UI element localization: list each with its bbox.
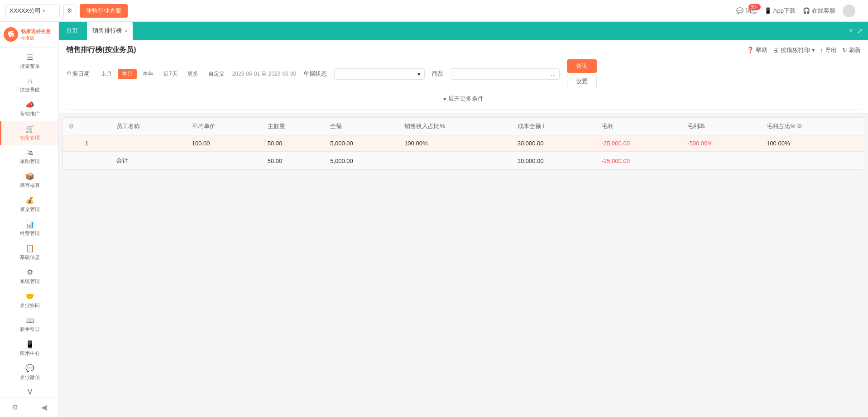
marketing-icon: 📣: [25, 101, 34, 109]
query-button[interactable]: 查询: [567, 59, 597, 73]
sidebar-item-member[interactable]: V 畅会员: [0, 384, 58, 397]
table-container: ⚙ 员工名称 平均单价 主数量 全额 销售收入占比% 成本全额 ℹ: [62, 117, 864, 170]
refresh-button[interactable]: ↻ 刷新: [842, 46, 861, 54]
quick-nav-label: 快捷导航: [20, 86, 40, 93]
sidebar-item-guide[interactable]: 📖 新手引导: [0, 312, 58, 336]
tab-home[interactable]: 首页: [59, 22, 85, 40]
system-label: 系统管理: [20, 278, 40, 285]
operations-icon: 📊: [25, 220, 34, 229]
tab-right: × ⤢: [849, 27, 868, 35]
sidebar-item-operations[interactable]: 📊 经营管理: [0, 216, 58, 240]
sidebar-item-collab[interactable]: 🤝 企业协同: [0, 288, 58, 312]
tab-sales-ranking[interactable]: 销售排行榜 ×: [87, 22, 133, 40]
footer-empty-col: [63, 152, 80, 169]
expand-row: ▾ 展开更多条件: [66, 92, 861, 105]
export-icon: ↑: [820, 47, 824, 53]
col-avg-price-header: 平均单价: [187, 118, 262, 135]
company-selector[interactable]: XXXXX公司 ▾: [5, 5, 60, 17]
footer-gross-rate: [682, 152, 761, 169]
chevron-down-icon: ▾: [43, 8, 45, 13]
app-center-label: 应用中心: [20, 350, 40, 357]
tab-expand-btn[interactable]: ⤢: [857, 27, 863, 35]
sidebar-item-inventory[interactable]: 📦 库存核算: [0, 168, 58, 192]
footer-row: 合计 50.00 5,000.00 30,000.00 -25,000.00: [63, 152, 864, 169]
finance-icon: 💰: [25, 196, 34, 205]
logo-text: 畅康通好生意 标准版: [21, 28, 51, 41]
cost-info-icon[interactable]: ℹ: [542, 123, 545, 129]
status-select[interactable]: ▾: [334, 68, 425, 80]
refresh-icon: ↻: [842, 47, 847, 53]
sidebar-item-quick-nav[interactable]: ⌂ 快捷导航: [0, 73, 58, 97]
experience-button[interactable]: 体验行业方案: [80, 4, 128, 18]
main-area: 畅 畅康通好生意 标准版 ☰ 搜索菜单 ⌂ 快捷导航 📣 营销推广 🛒 销售管理…: [0, 22, 868, 417]
footer-avg-price: [187, 152, 262, 169]
row-cost: 30,000.00: [512, 135, 596, 152]
header-actions: ❓ 帮助 🖨 按模板打印 ▾ ↑ 导出: [747, 46, 861, 54]
export-button[interactable]: ↑ 导出: [820, 46, 837, 54]
help-button[interactable]: ❓ 帮助: [747, 46, 767, 54]
settings-bottom-icon[interactable]: ⚙: [10, 401, 20, 413]
date-opt-this-year[interactable]: 本年: [139, 69, 158, 79]
footer-gross-pct: [761, 152, 864, 169]
app-center-icon: 📱: [25, 340, 34, 349]
guide-icon: 📖: [25, 316, 34, 325]
tab-close-btn[interactable]: ×: [849, 27, 853, 35]
avatar[interactable]: [843, 5, 855, 17]
quick-nav-icon: ⌂: [28, 77, 32, 85]
expand-icon: ▾: [443, 96, 446, 102]
sidebar: 畅 畅康通好生意 标准版 ☰ 搜索菜单 ⌂ 快捷导航 📣 营销推广 🛒 销售管理…: [0, 22, 59, 417]
sidebar-item-wechat[interactable]: 💬 企业微信: [0, 360, 58, 384]
sidebar-item-purchase[interactable]: 🛍 采购管理: [0, 145, 58, 168]
col-settings-header: ⚙: [63, 118, 80, 135]
page-content: 销售排行榜(按业务员) ❓ 帮助 🖨 按模板打印 ▾: [59, 40, 868, 417]
settings-icon[interactable]: ⚙: [63, 5, 76, 17]
collapse-icon[interactable]: ◀: [39, 401, 48, 413]
gross-pct-icon[interactable]: ⚙: [797, 123, 802, 129]
date-opt-more[interactable]: 更多: [183, 69, 202, 79]
sidebar-item-search-order[interactable]: ☰ 搜索菜单: [0, 49, 58, 73]
finance-label: 资金管理: [20, 206, 40, 213]
status-filter-label: 单据状态: [303, 70, 327, 78]
row-gross: -25,000.00: [596, 135, 682, 152]
footer-empty-col2: [80, 152, 111, 169]
col-employee-header: 员工名称: [111, 118, 187, 135]
message-button[interactable]: 💬 消息 99+: [736, 7, 757, 15]
sidebar-item-app-center[interactable]: 📱 应用中心: [0, 336, 58, 360]
company-name: XXXXX公司: [10, 7, 41, 15]
sidebar-nav: ☰ 搜索菜单 ⌂ 快捷导航 📣 营销推广 🛒 销售管理 🛍 采购管理 📦 库存核…: [0, 48, 58, 397]
col-gross-rate-header: 毛利率: [682, 118, 761, 135]
date-opt-7days[interactable]: 近7天: [159, 69, 182, 79]
page-title: 销售排行榜(按业务员): [66, 45, 136, 55]
date-opt-custom[interactable]: 自定义: [204, 69, 229, 79]
marketing-label: 营销推广: [20, 110, 40, 117]
tab-close-icon[interactable]: ×: [125, 28, 127, 34]
app-download-button[interactable]: 📱 App下载: [764, 7, 796, 15]
settings-button[interactable]: 设置: [567, 75, 597, 88]
col-sales-pct-header: 销售收入占比%: [399, 118, 512, 135]
expand-filters-button[interactable]: ▾ 展开更多条件: [443, 92, 484, 105]
guide-label: 新手引导: [20, 326, 40, 333]
col-rank-header: [80, 118, 111, 135]
print-chevron-icon: ▾: [812, 47, 815, 53]
date-opt-this-month[interactable]: 本月: [118, 69, 137, 79]
system-icon: ⚙: [27, 268, 33, 277]
table-row: 1 100.00 50.00 5,000.00 100.00% 30,000.0…: [63, 135, 864, 152]
col-gross-header: 毛利: [596, 118, 682, 135]
sidebar-item-marketing[interactable]: 📣 营销推广: [0, 97, 58, 121]
column-settings-button[interactable]: ⚙: [68, 123, 74, 130]
sidebar-item-system[interactable]: ⚙ 系统管理: [0, 264, 58, 288]
online-service-button[interactable]: 🎧 在线客服: [803, 7, 835, 15]
date-opt-last-month[interactable]: 上月: [97, 69, 116, 79]
filter-bar: 单据日期 上月 本月 本年 近7天 更多 自定义 2023-06-01 至 20…: [66, 59, 861, 110]
page-title-row: 销售排行榜(按业务员) ❓ 帮助 🖨 按模板打印 ▾: [66, 45, 861, 55]
filter-row-1: 单据日期 上月 本月 本年 近7天 更多 自定义 2023-06-01 至 20…: [66, 59, 861, 88]
query-settings: 查询 设置: [567, 59, 597, 88]
sidebar-item-sales[interactable]: 🛒 销售管理: [0, 121, 58, 145]
goods-input[interactable]: ...: [451, 68, 560, 80]
template-print-button[interactable]: 🖨 按模板打印 ▾: [773, 46, 815, 54]
goods-filter-label: 商品: [432, 70, 444, 78]
base-info-icon: 📋: [25, 244, 34, 253]
sidebar-item-finance[interactable]: 💰 资金管理: [0, 192, 58, 216]
row-settings: [63, 135, 80, 152]
sidebar-item-base-info[interactable]: 📋 基础信息: [0, 240, 58, 264]
